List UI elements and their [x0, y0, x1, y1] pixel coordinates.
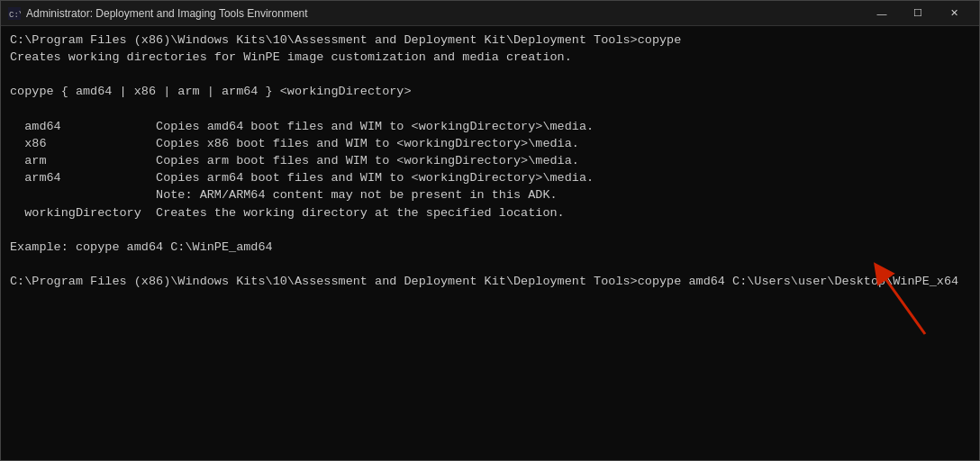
terminal-line: C:\Program Files (x86)\Windows Kits\10\A…	[10, 32, 970, 49]
window-controls: — ☐ ✕	[864, 1, 972, 26]
terminal-line: workingDirectory Creates the working dir…	[10, 204, 970, 221]
terminal-line	[10, 66, 970, 83]
close-button[interactable]: ✕	[936, 1, 972, 26]
terminal-line	[10, 221, 970, 239]
terminal-line	[10, 101, 970, 118]
minimize-button[interactable]: —	[864, 1, 900, 26]
terminal-line: arm Copies arm boot files and WIM to <wo…	[10, 152, 970, 169]
maximize-button[interactable]: ☐	[900, 1, 936, 26]
terminal-line: Example: copype amd64 C:\WinPE_amd64	[10, 239, 970, 256]
terminal-line: C:\Program Files (x86)\Windows Kits\10\A…	[10, 273, 970, 290]
terminal-body[interactable]: C:\Program Files (x86)\Windows Kits\10\A…	[1, 26, 979, 460]
terminal-line: amd64 Copies amd64 boot files and WIM to…	[10, 118, 970, 135]
cmd-window: C:\ Administrator: Deployment and Imagin…	[0, 0, 980, 461]
terminal-line: copype { amd64 | x86 | arm | arm64 } <wo…	[10, 83, 970, 100]
svg-text:C:\: C:\	[9, 11, 21, 20]
window-title: Administrator: Deployment and Imaging To…	[26, 7, 864, 20]
titlebar: C:\ Administrator: Deployment and Imagin…	[1, 1, 979, 26]
terminal-line: Creates working directories for WinPE im…	[10, 49, 970, 66]
terminal-line: Note: ARM/ARM64 content may not be prese…	[10, 186, 970, 203]
cmd-icon: C:\	[8, 7, 21, 20]
terminal-line: arm64 Copies arm64 boot files and WIM to…	[10, 169, 970, 186]
terminal-line	[10, 256, 970, 273]
terminal-line: x86 Copies x86 boot files and WIM to <wo…	[10, 135, 970, 152]
terminal-lines: C:\Program Files (x86)\Windows Kits\10\A…	[10, 32, 970, 290]
